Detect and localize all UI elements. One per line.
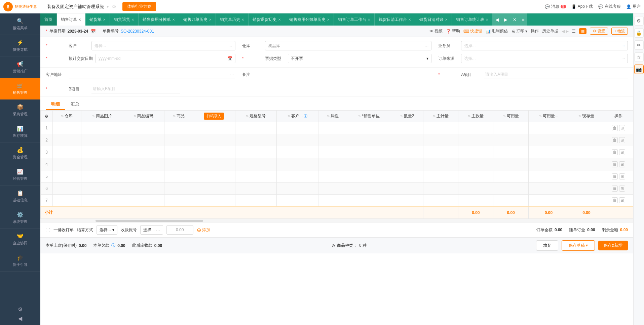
tab-close-icon[interactable]: ✕ <box>131 18 134 22</box>
cell-main-qty[interactable] <box>458 195 493 207</box>
th-unit[interactable]: ⇅*销售单位 <box>347 111 391 122</box>
cell-product[interactable] <box>164 195 193 207</box>
tab-next-btn[interactable]: ▶ <box>501 13 510 26</box>
cell-qty2[interactable] <box>391 146 423 158</box>
row-delete-icon[interactable]: 🗑 <box>612 125 618 131</box>
cell-code[interactable] <box>123 146 164 158</box>
cell-qty2[interactable] <box>391 158 423 170</box>
tab-sales-order[interactable]: 销售订单 ✕ <box>57 13 85 26</box>
cell-code[interactable] <box>123 158 164 170</box>
cell-main-unit[interactable] <box>423 170 458 182</box>
cell-unit[interactable] <box>347 122 391 134</box>
cell-main-unit[interactable] <box>423 134 458 146</box>
tab-invoice-history[interactable]: 销货单历史 ✕ <box>216 13 249 26</box>
th-main-unit[interactable]: ⇅主计量 <box>423 111 458 122</box>
warehouse-more-icon[interactable]: ··· <box>425 43 429 48</box>
cell-available2[interactable] <box>528 158 569 170</box>
account-select[interactable]: 选择... ··· <box>140 225 163 235</box>
cell-main-unit[interactable] <box>423 146 458 158</box>
cell-unit[interactable] <box>347 170 391 182</box>
tab-prev-btn[interactable]: ◀ <box>493 13 501 26</box>
cell-available[interactable] <box>493 170 528 182</box>
staff-input[interactable]: 选择... ··· <box>461 41 628 50</box>
save-new-button[interactable]: 保存&新增 <box>598 241 628 250</box>
cell-spec[interactable] <box>235 146 277 158</box>
sidebar-item-purchase[interactable]: 📦 采购管理 <box>0 99 40 121</box>
order-source-more-icon[interactable]: ··· <box>621 56 625 61</box>
scroll-area[interactable] <box>40 219 633 222</box>
sidebar-item-enterprise[interactable]: 🤝 企业协同 <box>0 229 40 250</box>
right-lock-icon[interactable]: 🔒 <box>634 28 644 38</box>
cell-product[interactable] <box>164 182 193 195</box>
th-spec[interactable]: ⇅规格型号 <box>235 111 277 122</box>
tab-summary[interactable]: 汇总 <box>65 99 85 110</box>
cell-code[interactable] <box>123 134 164 146</box>
cell-image[interactable] <box>81 134 123 146</box>
cell-stock[interactable] <box>569 195 604 207</box>
tab-expense-history[interactable]: 销售费用分摊单历史 ✕ <box>285 13 334 26</box>
th-product[interactable]: ⇅商品 <box>164 111 193 122</box>
tab-close-icon[interactable]: ✕ <box>241 18 244 22</box>
row-delete-icon[interactable]: 🗑 <box>612 137 618 143</box>
payment-select[interactable]: 选择... ▾ <box>97 225 117 235</box>
sidebar-item-guide[interactable]: 🎓 新手引导 <box>0 250 40 272</box>
tab-close-all-btn[interactable]: ✕ <box>510 13 519 26</box>
tab-close-icon[interactable]: ✕ <box>368 18 370 22</box>
cell-main-qty[interactable] <box>458 158 493 170</box>
cell-image[interactable] <box>81 182 123 195</box>
settings-btn[interactable]: ⚙ 设置 <box>590 28 608 35</box>
cell-image[interactable] <box>81 158 123 170</box>
cell-main-qty[interactable] <box>458 122 493 134</box>
cell-main-qty[interactable] <box>458 134 493 146</box>
tab-close-icon[interactable]: ✕ <box>209 18 212 22</box>
cell-product[interactable] <box>164 122 193 134</box>
tab-close-icon[interactable]: ✕ <box>327 18 330 22</box>
cell-image[interactable] <box>81 122 123 134</box>
row-delete-icon[interactable]: 🗑 <box>612 173 618 179</box>
discard-button[interactable]: 放弃 <box>536 240 558 251</box>
cell-available2[interactable] <box>528 134 569 146</box>
cell-customer-code[interactable] <box>277 134 318 146</box>
sidebar-item-operations[interactable]: 📈 经营管理 <box>0 164 40 186</box>
cell-available2[interactable] <box>528 170 569 182</box>
row-delete-icon[interactable]: 🗑 <box>612 161 618 167</box>
right-settings-icon[interactable]: ⚙ <box>634 16 644 26</box>
staff-more-icon[interactable]: ··· <box>621 43 625 48</box>
cell-available2[interactable] <box>528 195 569 207</box>
cell-image[interactable] <box>81 170 123 182</box>
th-image[interactable]: ⇅商品图片 <box>81 111 123 122</box>
row-delete-icon[interactable]: 🗑 <box>612 186 618 192</box>
row-delete-icon[interactable]: 🗑 <box>612 197 618 203</box>
th-attribute[interactable]: ⇅属性 <box>318 111 347 122</box>
tab-close-icon[interactable]: ✕ <box>172 18 175 22</box>
amount-input[interactable]: 0.00 <box>166 225 193 235</box>
cell-available[interactable] <box>493 195 528 207</box>
cell-available2[interactable] <box>528 122 569 134</box>
tab-sales-stats[interactable]: 销售订单统计表 ✕ <box>452 13 493 26</box>
a-project-input[interactable]: 请输入A项目 <box>484 70 628 79</box>
cell-warehouse[interactable] <box>53 134 81 146</box>
cell-stock[interactable] <box>569 170 604 182</box>
sidebar-collapse-icon[interactable]: ◀ <box>18 315 22 322</box>
cell-customer-code[interactable] <box>277 182 318 195</box>
tab-close-icon[interactable]: ✕ <box>486 18 488 22</box>
bulk-close-checkbox[interactable] <box>46 228 50 232</box>
cell-qty2[interactable] <box>391 170 423 182</box>
sidebar-item-inventory[interactable]: 📊 库存核算 <box>0 121 40 143</box>
tab-close-icon[interactable]: ✕ <box>445 18 448 22</box>
row-delete-icon[interactable]: 🗑 <box>612 149 618 155</box>
tab-close-icon[interactable]: ✕ <box>103 18 106 22</box>
save-draft-button[interactable]: 保存草稿 ▾ <box>562 240 595 251</box>
cell-code[interactable] <box>123 182 164 195</box>
sidebar-item-marketing[interactable]: 📢 营销推广 <box>0 56 40 78</box>
sidebar-item-base[interactable]: 📋 基础信息 <box>0 186 40 207</box>
app-download-item[interactable]: 📱 App下载 <box>571 4 593 9</box>
list-view-icon[interactable]: ☰ <box>572 29 576 34</box>
operation-link[interactable]: 操作 <box>531 28 539 34</box>
cell-warehouse[interactable] <box>53 170 81 182</box>
cell-warehouse[interactable] <box>53 122 81 134</box>
history-link[interactable]: 历史单据 <box>542 28 558 34</box>
cell-stock[interactable] <box>569 158 604 170</box>
cell-customer-code[interactable] <box>277 158 318 170</box>
cell-stock[interactable] <box>569 182 604 195</box>
